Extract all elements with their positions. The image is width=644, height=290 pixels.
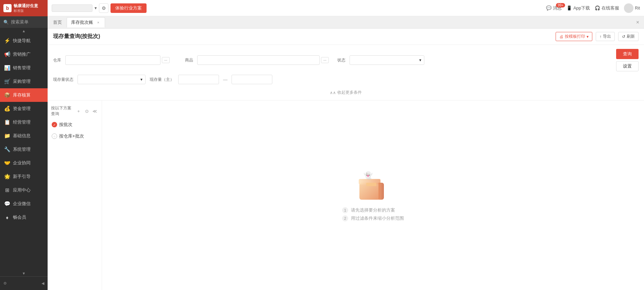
sidebar-item-apps[interactable]: ⊞ 应用中心 xyxy=(0,183,48,197)
sidebar-settings-btn[interactable]: ⚙ xyxy=(3,280,7,287)
warehouse-more-btn[interactable]: ··· xyxy=(162,57,170,63)
sidebar-item-marketing[interactable]: 📢 营销推广 xyxy=(0,48,48,61)
sidebar-item-system[interactable]: 🔧 系统管理 xyxy=(0,143,48,156)
left-panel-header: 按以下方案查询 + ⊙ ≪ xyxy=(48,103,102,119)
print-dropdown-icon: ▾ xyxy=(587,34,589,39)
collapse-up-icon: ∧∧ xyxy=(330,90,336,95)
topbar: ▾ ⚙ 体验行业方案 💬 消息 99+ 📱 App下载 🎧 在线客服 Ri xyxy=(48,0,644,16)
stock-status-label: 现存量状态 xyxy=(53,77,73,83)
topbar-gear-btn[interactable]: ⚙ xyxy=(99,3,108,13)
sidebar-scroll-up-btn[interactable]: ▲ xyxy=(0,28,48,34)
newbie-icon: 🌟 xyxy=(4,174,10,180)
template-print-btn[interactable]: 🖨 按模板打印 ▾ xyxy=(556,32,592,41)
left-panel: 按以下方案查询 + ⊙ ≪ ✓ 按批次 ○ 按仓库+批次 xyxy=(48,101,102,290)
service-icon: 🎧 xyxy=(595,5,600,11)
messages-btn[interactable]: 💬 消息 99+ xyxy=(546,5,562,11)
sidebar-item-finance[interactable]: 💰 资金管理 xyxy=(0,102,48,115)
tip-num-1: 1 xyxy=(342,207,348,213)
panel-collapse-btn[interactable]: ≪ xyxy=(91,108,98,114)
sidebar: b 畅康通好生意 标准版 🔍 搜索菜单 ▲ ⚡ 快捷导航 📢 营销推广 📊 销售… xyxy=(0,0,48,290)
filter-row-2: 现存量状态 ▾ 现存量（主） — xyxy=(53,75,639,84)
page-title: 现存量查询(按批次) xyxy=(53,33,100,43)
stock-status-select[interactable]: ▾ xyxy=(78,75,146,84)
query-btn[interactable]: 查询 xyxy=(616,49,639,59)
stock-qty-min-input[interactable] xyxy=(178,75,219,84)
add-scheme-btn[interactable]: + xyxy=(75,108,82,114)
export-icon: ↑ xyxy=(599,34,601,39)
sidebar-item-enterprise[interactable]: 🤝 企业协同 xyxy=(0,156,48,170)
inventory-icon: 📦 xyxy=(4,92,10,98)
stock-qty-label: 现存量（主） xyxy=(150,77,174,83)
scheme-item-warehouse-batch[interactable]: ○ 按仓库+批次 xyxy=(48,130,102,142)
sales-icon: 📊 xyxy=(4,65,10,71)
page-actions: 🖨 按模板打印 ▾ ↑ 导出 ↺ 刷新 xyxy=(556,32,639,44)
product-more-btn[interactable]: ··· xyxy=(321,57,329,63)
global-close-btn[interactable]: × xyxy=(634,19,641,25)
finance-icon: 💰 xyxy=(4,106,10,112)
tab-home[interactable]: 首页 xyxy=(49,17,66,28)
tab-inventory-batch[interactable]: 库存批次账 × xyxy=(67,17,105,28)
warehouse-label: 仓库 xyxy=(53,57,61,63)
range-dash: — xyxy=(223,77,227,82)
refresh-btn[interactable]: ↺ 刷新 xyxy=(618,32,639,41)
status-select[interactable]: ▾ xyxy=(350,55,424,65)
empty-state: 👻 1 请先选择要分析的方案 2 用过滤条件来缩小分析范围 xyxy=(102,101,644,290)
filter-right-actions: 查询 设置 xyxy=(616,49,639,71)
trial-btn[interactable]: 体验行业方案 xyxy=(111,3,147,13)
app-download-btn[interactable]: 📱 App下载 xyxy=(566,5,590,11)
members-icon: ♦ xyxy=(4,214,10,220)
body-area: 按以下方案查询 + ⊙ ≪ ✓ 按批次 ○ 按仓库+批次 xyxy=(48,101,644,290)
sidebar-item-operations[interactable]: 📋 经营管理 xyxy=(0,115,48,129)
basics-icon: 📁 xyxy=(4,133,10,139)
scheme-dot-inactive: ○ xyxy=(52,133,57,139)
nav-list: ⚡ 快捷导航 📢 营销推广 📊 销售管理 🛒 采购管理 📦 库存核算 💰 资金管… xyxy=(0,34,48,270)
wechat-icon: 💬 xyxy=(4,201,10,207)
enterprise-icon: 🤝 xyxy=(4,160,10,166)
filter-row-1: 仓库 ··· 商品 ··· 状态 ▾ 查询 设置 xyxy=(53,49,639,71)
online-service-btn[interactable]: 🎧 在线客服 xyxy=(595,5,619,11)
sidebar-item-inventory[interactable]: 📦 库存核算 xyxy=(0,88,48,102)
collapse-btn[interactable]: ∧∧ 收起更多条件 xyxy=(53,88,639,96)
app-name: 畅康通好生意 标准版 xyxy=(14,3,38,13)
breadcrumb-input[interactable] xyxy=(52,4,92,12)
dropdown-chevron-icon[interactable]: ▾ xyxy=(95,5,97,11)
avatar xyxy=(624,3,633,13)
marketing-icon: 📢 xyxy=(4,51,10,57)
sidebar-item-quick-nav[interactable]: ⚡ 快捷导航 xyxy=(0,34,48,48)
empty-tip-1: 1 请先选择要分析的方案 xyxy=(342,207,404,213)
search-icon: 🔍 xyxy=(3,20,9,25)
sidebar-toggle-btn[interactable]: ◀ xyxy=(41,280,44,287)
content-area: 现存量查询(按批次) 🖨 按模板打印 ▾ ↑ 导出 ↺ 刷新 xyxy=(48,29,644,290)
warehouse-input[interactable] xyxy=(65,55,160,65)
sidebar-item-basics[interactable]: 📁 基础信息 xyxy=(0,129,48,143)
sidebar-item-wechat[interactable]: 💬 企业微信 xyxy=(0,197,48,211)
scheme-item-batch[interactable]: ✓ 按批次 xyxy=(48,119,102,130)
system-icon: 🔧 xyxy=(4,146,10,152)
product-input[interactable] xyxy=(197,55,320,65)
empty-tip-2: 2 用过滤条件来缩小分析范围 xyxy=(342,215,404,221)
sidebar-item-purchase[interactable]: 🛒 采购管理 xyxy=(0,75,48,88)
empty-illustration: 👻 xyxy=(356,169,390,203)
left-panel-actions: + ⊙ ≪ xyxy=(75,108,98,114)
empty-tips: 1 请先选择要分析的方案 2 用过滤条件来缩小分析范围 xyxy=(342,207,404,221)
stock-qty-max-input[interactable] xyxy=(232,75,272,84)
tab-close-btn[interactable]: × xyxy=(96,20,101,25)
sidebar-item-members[interactable]: ♦ 畅会员 xyxy=(0,211,48,224)
sidebar-scroll-down-btn[interactable]: ▼ xyxy=(0,270,48,276)
search-menu[interactable]: 🔍 搜索菜单 xyxy=(0,16,48,28)
sidebar-item-newbie[interactable]: 🌟 新手引导 xyxy=(0,170,48,183)
topbar-right: 💬 消息 99+ 📱 App下载 🎧 在线客服 Rit xyxy=(546,3,640,13)
gear-icon: ⚙ xyxy=(102,5,106,11)
sidebar-scroll-down-area: ▼ xyxy=(0,270,48,276)
sidebar-header: b 畅康通好生意 标准版 xyxy=(0,0,48,16)
tabs-bar: 首页 库存批次账 × × xyxy=(48,16,644,29)
settings-btn[interactable]: 设置 xyxy=(616,61,639,71)
user-avatar-area[interactable]: Rit xyxy=(624,3,640,13)
export-btn[interactable]: ↑ 导出 xyxy=(596,32,615,41)
scheme-settings-btn[interactable]: ⊙ xyxy=(83,108,90,114)
sidebar-item-sales[interactable]: 📊 销售管理 xyxy=(0,61,48,75)
apps-icon: ⊞ xyxy=(4,187,10,193)
purchase-icon: 🛒 xyxy=(4,78,10,85)
phone-icon: 📱 xyxy=(566,5,572,11)
print-icon: 🖨 xyxy=(559,34,563,39)
